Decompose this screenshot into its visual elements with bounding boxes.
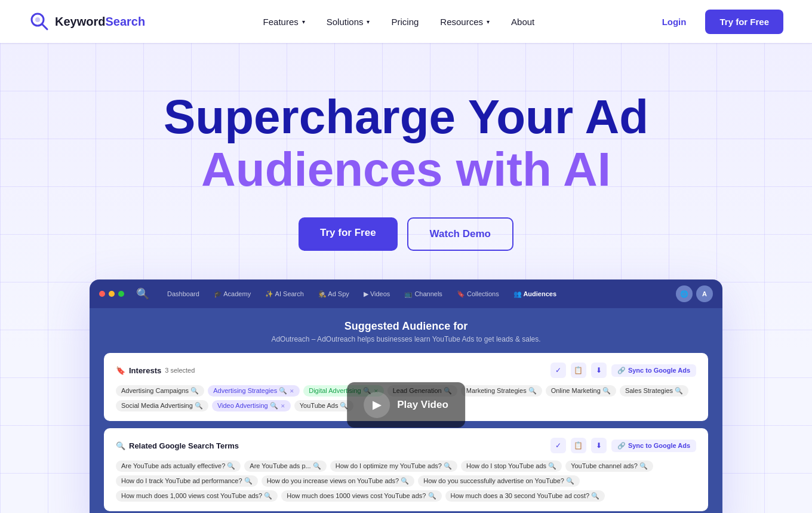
hero-title: Supercharge Your Ad Audiences with AI [137,91,675,196]
watch-demo-button[interactable]: Watch Demo [407,217,513,251]
section-subtitle: AdOutreach – AdOutreach helps businesses… [104,335,708,343]
download-action-search[interactable]: ⬇ [591,438,607,453]
user-avatars: 🌐 A [676,285,713,302]
tag-youtube-ads[interactable]: YouTube Ads 🔍 [294,400,354,411]
tag-sales-strategies[interactable]: Sales Strategies 🔍 [620,385,688,397]
app-logo-small: 🔍 [136,287,149,300]
search-term-4[interactable]: How do I stop YouTube ads 🔍 [461,460,562,472]
login-button[interactable]: Login [653,12,696,32]
copy-action-search[interactable]: 📋 [571,438,586,453]
search-terms-tags: Are YouTube ads actually effective? 🔍 Ar… [116,460,696,502]
sync-google-ads-interests[interactable]: 🔗 Sync to Google Ads [611,364,696,377]
interests-card-header: 🔖 Interests 3 selected ✓ 📋 ⬇ 🔗 Sync to G… [116,363,696,378]
hero-section: Supercharge Your Ad Audiences with AI Tr… [0,43,812,513]
search-terms-header: 🔍 Related Google Search Terms ✓ 📋 ⬇ 🔗 Sy… [116,438,696,453]
nav-actions: Login Try for Free [653,10,783,34]
section-title: Suggested Audience for [104,320,708,333]
nav-links: Features▾ Solutions▾ Pricing Resources▾ … [255,12,543,32]
navbar: KeywordSearch Features▾ Solutions▾ Prici… [0,0,812,43]
search-term-2[interactable]: Are YouTube ads p... 🔍 [244,460,326,472]
search-term-5[interactable]: YouTube channel ads? 🔍 [565,460,653,472]
tag-marketing-strategies[interactable]: Marketing Strategies 🔍 [461,385,542,397]
app-mockup: 🔍 Dashboard 🎓 Academy ✨ AI Search 🕵️ Ad … [90,279,722,513]
minimize-window-dot [109,291,115,297]
search-terms-actions: ✓ 📋 ⬇ 🔗 Sync to Google Ads [550,438,696,453]
avatar-user: A [696,285,713,302]
window-controls [99,291,124,297]
sync-google-ads-search[interactable]: 🔗 Sync to Google Ads [611,440,696,452]
interests-count: 3 selected [165,367,195,374]
download-action[interactable]: ⬇ [591,363,607,378]
chevron-down-icon: ▾ [487,19,490,25]
nav-features[interactable]: Features▾ [255,12,313,32]
tag-social-media-advertising[interactable]: Social Media Advertising 🔍 [116,400,208,411]
tag-advertising-campaigns[interactable]: Advertising Campaigns 🔍 [116,385,204,397]
nav-academy[interactable]: 🎓 Academy [208,288,257,300]
copy-action[interactable]: 📋 [571,363,586,378]
search-terms-label: 🔍 Related Google Search Terms [116,441,239,450]
search-term-10[interactable]: How much does 1000 views cost YouTube ad… [281,490,441,502]
play-video-label: Play Video [397,399,448,411]
avatar-globe: 🌐 [676,285,693,302]
nav-videos[interactable]: ▶ Videos [358,288,396,300]
nav-audiences[interactable]: 👥 Audiences [508,288,562,300]
svg-point-2 [35,17,40,22]
play-icon: ▶ [364,392,390,418]
search-term-6[interactable]: How do I track YouTube ad performance? 🔍 [116,475,258,487]
check-action-search[interactable]: ✓ [550,438,566,453]
nav-ad-spy[interactable]: 🕵️ Ad Spy [312,288,355,300]
try-for-free-hero-button[interactable]: Try for Free [299,217,398,251]
logo-keyword: Keyword [55,15,105,28]
search-term-8[interactable]: How do you successfully advertise on You… [418,475,580,487]
search-terms-card: 🔍 Related Google Search Terms ✓ 📋 ⬇ 🔗 Sy… [104,428,708,511]
close-window-dot [99,291,105,297]
nav-collections[interactable]: 🔖 Collections [451,288,505,300]
interests-label: 🔖 Interests 3 selected [116,366,195,375]
fullscreen-window-dot [118,291,124,297]
search-term-7[interactable]: How do you increase views on YouTube ads… [262,475,415,487]
nav-about[interactable]: About [503,12,543,32]
nav-dashboard[interactable]: Dashboard [161,288,205,300]
search-term-3[interactable]: How do I optimize my YouTube ads? 🔍 [330,460,457,472]
nav-ai-search[interactable]: ✨ AI Search [259,288,310,300]
check-action[interactable]: ✓ [550,363,566,378]
browser-chrome: 🔍 Dashboard 🎓 Academy ✨ AI Search 🕵️ Ad … [90,279,722,308]
app-nav: Dashboard 🎓 Academy ✨ AI Search 🕵️ Ad Sp… [161,288,664,300]
tag-online-marketing[interactable]: Online Marketing 🔍 [546,385,616,397]
logo[interactable]: KeywordSearch [29,11,145,32]
logo-search: Search [105,15,145,28]
nav-solutions[interactable]: Solutions▾ [318,12,379,32]
tag-video-advertising[interactable]: Video Advertising 🔍 ✕ [212,400,291,411]
chevron-down-icon: ▾ [302,19,305,25]
search-term-9[interactable]: How much does 1,000 views cost YouTube a… [116,490,278,502]
hero-buttons: Try for Free Watch Demo [14,217,798,251]
search-term-11[interactable]: How much does a 30 second YouTube ad cos… [445,490,605,502]
nav-channels[interactable]: 📺 Channels [398,288,448,300]
tag-advertising-strategies[interactable]: Advertising Strategies 🔍 ✕ [208,385,300,397]
chevron-down-icon: ▾ [367,19,370,25]
play-video-overlay[interactable]: ▶ Play Video [347,382,465,428]
svg-line-1 [42,24,47,29]
nav-pricing[interactable]: Pricing [383,12,427,32]
search-term-1[interactable]: Are YouTube ads actually effective? 🔍 [116,460,241,472]
interests-actions: ✓ 📋 ⬇ 🔗 Sync to Google Ads [550,363,696,378]
try-for-free-nav-button[interactable]: Try for Free [705,10,783,34]
nav-resources[interactable]: Resources▾ [432,12,498,32]
